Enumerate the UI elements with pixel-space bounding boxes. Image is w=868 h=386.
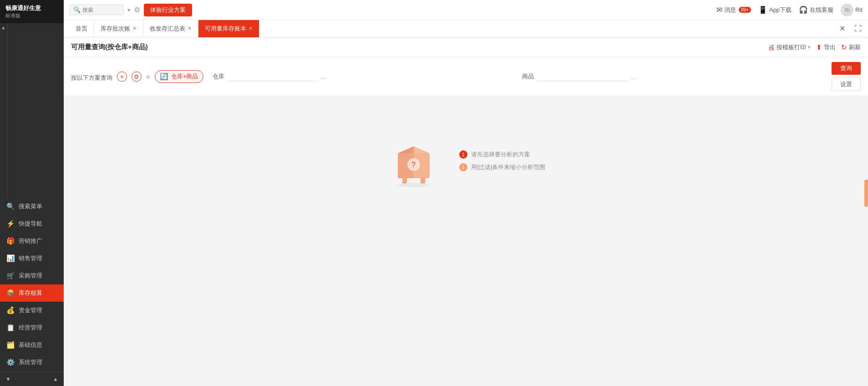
empty-tip-2: 2 用[过滤]条件来缩小分析范围 [459, 163, 545, 171]
export-label: 导出 [824, 43, 836, 51]
print-btn[interactable]: 🖨 按模板打印 ▾ [768, 43, 811, 51]
goods-more-icon[interactable]: ... [630, 73, 635, 80]
query-btn[interactable]: 查询 [832, 62, 861, 75]
filter-settings-btn[interactable]: ⚙ [132, 72, 142, 82]
sidebar-item-system[interactable]: ⚙️ 系统管理 [0, 354, 64, 371]
sidebar-item-shortcut[interactable]: ⚡ 快捷导航 [0, 215, 64, 232]
page-content: 可用量查询(按仓库+商品) 🖨 按模板打印 ▾ ⬆ 导出 ↻ 刷新 按以下方案 [64, 37, 868, 386]
tip-text-2: 用[过滤]条件来缩小分析范围 [471, 163, 545, 171]
goods-label: 商品 [522, 72, 534, 81]
logo-sub: 标准版 [5, 12, 58, 19]
avatar-initials: Ri [845, 7, 849, 13]
topbar-search-box[interactable]: 🔍 [69, 5, 124, 15]
user-name: Rit [855, 6, 863, 13]
main-content: 🔍 ▾ ⚙ 体验行业方案 ✉ 消息 99+ 📱 App下载 🎧 在线客服 Ri [64, 0, 868, 386]
sidebar-item-label: 库存核算 [19, 289, 42, 297]
sidebar-item-label: 经营管理 [19, 324, 42, 332]
topbar-gear-icon[interactable]: ⚙ [134, 5, 140, 14]
sidebar-item-search[interactable]: 🔍 搜索菜单 [0, 198, 64, 215]
tab-summary-label: 收发存汇总表 [150, 25, 185, 33]
refresh-btn[interactable]: ↻ 刷新 [841, 43, 861, 51]
search-icon: 🔍 [73, 6, 81, 13]
svg-point-8 [398, 183, 430, 187]
tip-text-1: 请先选择要分析的方案 [471, 150, 530, 159]
sidebar-logo: 畅康通好生意 标准版 [0, 0, 64, 23]
sidebar-item-label: 系统管理 [19, 358, 42, 366]
message-btn[interactable]: ✉ 消息 99+ [716, 5, 751, 14]
warehouse-more-icon[interactable]: ... [321, 73, 326, 80]
tab-expand-btn[interactable]: ⛶ [852, 24, 864, 34]
tab-summary-close[interactable]: ✕ [188, 26, 192, 31]
user-profile-btn[interactable]: Ri Rit [841, 4, 863, 16]
sidebar-item-label: 营销推广 [19, 237, 42, 245]
system-icon: ⚙️ [6, 358, 15, 366]
app-icon: 📱 [758, 5, 767, 14]
basics-icon: 🗂️ [6, 341, 15, 349]
tab-available[interactable]: 可用量库存账本 ✕ [198, 20, 259, 37]
filter-option-warehouse-goods[interactable]: 🔄 仓库+商品 [155, 70, 203, 83]
operation-icon: 📋 [6, 324, 15, 332]
customer-service-btn[interactable]: 🎧 在线客服 [799, 5, 833, 14]
sidebar-item-basics[interactable]: 🗂️ 基础信息 [0, 336, 64, 354]
tab-available-label: 可用量库存账本 [205, 25, 246, 33]
warehouse-label: 仓库 [213, 72, 224, 81]
message-badge: 99+ [739, 7, 751, 13]
page-header: 可用量查询(按仓库+商品) 🖨 按模板打印 ▾ ⬆ 导出 ↻ 刷新 [64, 37, 868, 57]
industry-btn[interactable]: 体验行业方案 [144, 4, 192, 16]
goods-input[interactable] [537, 72, 628, 81]
sidebar-item-label: 基础信息 [19, 341, 42, 349]
filter-add-btn[interactable]: + [117, 72, 127, 82]
right-scrollbar[interactable] [864, 180, 868, 207]
topbar-chevron-icon[interactable]: ▾ [127, 7, 130, 13]
print-chevron: ▾ [808, 44, 811, 50]
scroll-up-arrow: ▲ [1, 25, 6, 30]
export-btn[interactable]: ⬆ 导出 [816, 43, 836, 51]
shortcut-icon: ⚡ [6, 220, 15, 228]
topbar: 🔍 ▾ ⚙ 体验行业方案 ✉ 消息 99+ 📱 App下载 🎧 在线客服 Ri [64, 0, 868, 20]
warehouse-input[interactable] [227, 72, 318, 81]
sidebar-item-label: 采购管理 [19, 272, 42, 280]
inventory-icon: 📦 [6, 289, 15, 297]
refresh-label: 刷新 [849, 43, 861, 51]
tab-summary[interactable]: 收发存汇总表 ✕ [143, 20, 198, 37]
sidebar-scroll-up[interactable]: ▲ [0, 23, 7, 197]
sidebar-item-purchase[interactable]: 🛒 采购管理 [0, 267, 64, 284]
sidebar-expand-btn[interactable]: ▲ [53, 376, 58, 382]
search-input[interactable] [82, 7, 119, 13]
tab-batch-close[interactable]: ✕ [132, 26, 137, 31]
logo-title: 畅康通好生意 [5, 5, 58, 12]
page-header-actions: 🖨 按模板打印 ▾ ⬆ 导出 ↻ 刷新 [768, 43, 861, 51]
tip-num-2: 2 [459, 163, 467, 171]
app-download-btn[interactable]: 📱 App下载 [758, 5, 792, 14]
print-icon: 🖨 [768, 43, 775, 51]
sidebar-nav: 🔍 搜索菜单 ⚡ 快捷导航 🎁 营销推广 📊 销售管理 🛒 采购管理 📦 库存核… [0, 198, 64, 372]
sidebar-item-label: 资金管理 [19, 306, 42, 314]
search-icon: 🔍 [6, 202, 15, 211]
sidebar-scroll-down-btn[interactable]: ▼ [5, 376, 11, 382]
sidebar: 畅康通好生意 标准版 ▲ 🔍 搜索菜单 ⚡ 快捷导航 🎁 营销推广 📊 销售管理… [0, 0, 64, 386]
sidebar-item-inventory[interactable]: 📦 库存核算 [0, 284, 64, 302]
query-fields: 🔄 仓库+商品 仓库 ... 商品 ... [155, 62, 861, 91]
empty-state-content: ? 1 请先选择要分析的方案 2 用[过滤]条件来 [386, 133, 545, 189]
sidebar-item-sales[interactable]: 📊 销售管理 [0, 250, 64, 267]
option-icon: 🔄 [160, 72, 168, 81]
sidebar-item-finance[interactable]: 💰 资金管理 [0, 302, 64, 319]
tab-home[interactable]: 首页 [69, 20, 94, 37]
svg-rect-7 [421, 177, 425, 184]
filter-area: 按以下方案查询 + ⚙ « 🔄 仓库+商品 仓库 ... [64, 57, 868, 96]
empty-illustration: ? [386, 133, 441, 189]
tab-available-close[interactable]: ✕ [249, 26, 253, 31]
page-title: 可用量查询(按仓库+商品) [71, 43, 148, 51]
empty-tip-1: 1 请先选择要分析的方案 [459, 150, 545, 159]
filter-option-label: 仓库+商品 [171, 72, 198, 81]
sidebar-item-operation[interactable]: 📋 经营管理 [0, 319, 64, 336]
service-label: 在线客服 [810, 6, 833, 14]
avatar: Ri [841, 4, 853, 16]
sidebar-item-marketing[interactable]: 🎁 营销推广 [0, 232, 64, 250]
settings-btn[interactable]: 设置 [832, 77, 861, 91]
tab-batch-label: 库存批次账 [101, 25, 130, 33]
app-label: App下载 [769, 6, 792, 14]
filter-collapse-btn[interactable]: « [146, 72, 150, 81]
tab-close-btn[interactable]: ✕ [837, 23, 848, 34]
tab-batch[interactable]: 库存批次账 ✕ [94, 20, 143, 37]
